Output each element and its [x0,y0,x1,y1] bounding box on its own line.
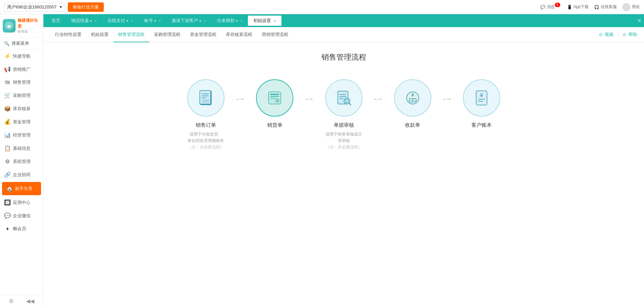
sub-tab-industry-label: 行业特性设置 [55,32,81,37]
sidebar-item-quick-nav[interactable]: ⚡ 快捷导航 [0,49,43,63]
receipt-icon: ¥ [404,89,422,107]
avatar-icon [622,3,630,11]
sub-tabs: 行业特性设置 初始设置 销售管理流程 采购管理流程 资金管理流程 库存核算流程 [43,27,644,42]
sidebar-item-purchase-mgmt[interactable]: 🛒 采购管理 [0,89,43,102]
user-selector[interactable]: 用户690企业1660120507 ▾ [4,3,65,12]
collapse-icon[interactable]: ◀◀ [26,298,34,304]
logistics-arrow-icon: ▾ [90,19,92,23]
sub-tab-industry[interactable]: 行业特性设置 [50,27,86,42]
nav-tab-init-settings[interactable]: 初始设置 × [248,16,281,26]
nav-tab-account-label: 账号 [144,18,153,24]
sidebar-label-inventory: 库存核算 [13,106,31,112]
message-item[interactable]: 💬 消息 6 [540,4,562,10]
svg-text:¥: ¥ [480,93,483,98]
nav-tab-payment-label: 在线支付 [108,18,125,24]
sub-tab-inventory-flow-label: 库存核算流程 [226,32,252,37]
sub-tab-finance-flow[interactable]: 资金管理流程 [185,27,221,42]
basic-info-icon: 📋 [4,145,11,151]
nav-tab-payment[interactable]: 在线支付 ▾ × [102,16,138,26]
sub-tab-purchase-flow[interactable]: 采购管理流程 [149,27,185,42]
flow-circle-customer-account: ¥ [463,79,500,117]
sidebar-item-vip[interactable]: ♦ 畅会员 [0,222,43,235]
step4-title: 收款单 [405,122,420,128]
sidebar-item-basic-info[interactable]: 📋 基础信息 [0,142,43,155]
sub-tab-right: ⊙ 视频 | ⊙ 帮助 [599,32,637,38]
nav-tabs-bar: 首页 物流快递 ▾ × 在线支付 ▾ × 账号 ▾ × [43,14,644,27]
sub-tab-inventory-flow[interactable]: 库存核算流程 [221,27,257,42]
user-name-label: 用友 [632,4,640,10]
period-init-close-icon[interactable]: × [240,19,242,23]
user-avatar-item[interactable]: 用友 [622,3,640,11]
purchase-mgmt-icon: 🛒 [4,92,11,99]
flow-circle-receipt: ¥ [394,79,431,117]
svg-rect-13 [270,98,276,99]
sidebar-item-sales-mgmt[interactable]: 🛍 销售管理 [0,76,43,89]
sidebar-label-enterprise-wx: 企业微信 [13,213,31,219]
nav-tab-account[interactable]: 账号 ▾ × [139,16,166,26]
app-center-icon: 🔲 [4,199,11,206]
svg-line-21 [349,103,351,105]
sidebar-item-marketing-promo[interactable]: 📢 营销推广 [0,63,43,76]
app-download-item[interactable]: 📱 App下载 [567,4,589,10]
sidebar-item-sys-mgmt[interactable]: ⚙ 系统管理 [0,155,43,168]
top-bar-left: 用户690企业1660120507 ▾ 体验行业方案 [4,2,104,12]
video-label: 视频 [605,32,613,37]
settings-bottom-icon[interactable]: ⚙ [9,298,14,304]
nav-tab-invite-label: 邀请下游客户 [172,18,198,24]
online-service-label: 在线客服 [601,4,617,10]
customer-account-icon: ¥ [473,89,490,107]
new-guide-icon: 🏠 [6,185,13,192]
headset-icon: 🎧 [594,5,599,9]
invite-close-icon[interactable]: × [204,19,206,23]
invite-arrow-icon: ▾ [199,19,201,23]
step5-title: 客户账本 [471,122,492,128]
online-service-item[interactable]: 🎧 在线客服 [594,4,617,10]
step2-title: 销货单 [267,122,282,128]
help-link[interactable]: ⊙ 帮助 [623,32,637,38]
sidebar-item-finance[interactable]: 💰 资金管理 [0,115,43,128]
nav-tab-period-init[interactable]: 往来期初 ▾ × [212,16,248,26]
sidebar-label-app-center: 应用中心 [13,200,31,206]
arrow4-icon: -→ [443,95,451,103]
sub-tab-sales-flow[interactable]: 销售管理流程 [113,27,149,42]
sidebar-item-collab[interactable]: 🔗 企业协同 [0,168,43,181]
video-link[interactable]: ⊙ 视频 [599,32,613,38]
logo-line2: 标准版 [18,29,41,34]
init-settings-close-icon[interactable]: × [274,19,276,23]
sidebar-label-sys-mgmt: 系统管理 [13,159,31,165]
sub-tab-marketing-flow[interactable]: 营销管理流程 [257,27,293,42]
nav-tab-logistics[interactable]: 物流快递 ▾ × [66,16,102,26]
sub-tab-purchase-flow-label: 采购管理流程 [154,32,180,37]
sidebar-label-marketing-promo: 营销推广 [13,66,31,73]
sidebar-item-new-guide[interactable]: 🏠 新手引导 [2,182,41,195]
sub-tab-init-label: 初始设置 [91,32,109,37]
nav-tab-invite[interactable]: 邀请下游客户 ▾ × [166,16,211,26]
sidebar-item-inventory[interactable]: 📦 库存核算 [0,102,43,115]
user-selector-text: 用户690企业1660120507 [7,4,57,10]
step3-title: 单据审核 [334,122,354,128]
sidebar-item-operation[interactable]: 📊 经营管理 [0,128,43,142]
payment-close-icon[interactable]: × [131,19,133,23]
flow-arrow-3: -→ [374,79,382,103]
sidebar-search-item[interactable]: 🔍 搜索菜单 [0,38,43,49]
sub-tab-init[interactable]: 初始设置 [86,27,113,42]
logo-line1: 畅捷通好生意 [18,18,41,29]
search-label: 搜索菜单 [12,40,29,46]
flow-step-sales-order: 销售订单 适用于分批发货、有合同发货周期较长（注：非必要流程） [175,79,236,151]
trial-button[interactable]: 体验行业方案 [68,2,104,12]
logistics-close-icon[interactable]: × [95,19,97,23]
app-download-icon: 📱 [567,5,572,9]
sidebar-item-app-center[interactable]: 🔲 应用中心 [0,196,43,209]
sidebar-label-quick-nav: 快捷导航 [13,53,31,59]
svg-text:¥: ¥ [411,92,414,98]
top-bar: 用户690企业1660120507 ▾ 体验行业方案 💬 消息 6 📱 App下… [0,0,644,14]
nav-tab-home[interactable]: 首页 [46,16,66,26]
flow-arrow-2: -→ [305,79,313,103]
collab-icon: 🔗 [4,171,11,178]
account-close-icon[interactable]: × [159,19,161,23]
sidebar-label-new-guide: 新手引导 [15,186,33,192]
nav-tabs-close-all[interactable]: × [638,17,641,24]
sidebar-item-enterprise-wx[interactable]: 💬 企业微信 [0,209,43,222]
audit-icon [335,89,353,107]
arrow1-icon: -→ [236,95,244,103]
